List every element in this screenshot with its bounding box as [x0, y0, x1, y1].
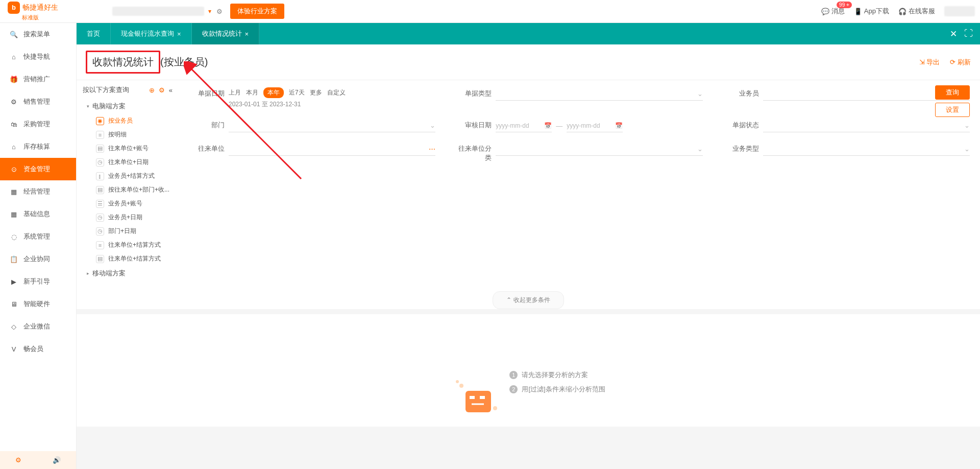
chart-icon: ⫿ — [96, 172, 104, 180]
nav-item-2[interactable]: 🎁营销推广 — [0, 68, 76, 90]
partner-category-select[interactable]: ⌄ — [496, 143, 702, 156]
date-option[interactable]: 更多 — [310, 88, 322, 97]
date-option[interactable]: 近7天 — [289, 88, 305, 97]
scheme-item-label: 按明细 — [108, 130, 127, 139]
date-option[interactable]: 本月 — [246, 88, 258, 97]
nav-item-12[interactable]: 🖥智能硬件 — [0, 293, 76, 315]
bill-status-select[interactable]: ⌄ — [763, 119, 970, 132]
customer-service-link[interactable]: 🎧 在线客服 — [898, 7, 935, 16]
scheme-group-desktop[interactable]: ▾ 电脑端方案 — [83, 99, 173, 114]
date-range-text: 2023-01-01 至 2023-12-31 — [229, 100, 435, 109]
nav-item-6[interactable]: ⊙资金管理 — [0, 158, 76, 180]
footer-gear-icon[interactable]: ⚙ — [15, 456, 21, 464]
scheme-panel: 按以下方案查询 ⊕ ⚙ « ▾ 电脑端方案 ◉按业务员≡按明细▤往来单位+账号◷… — [77, 80, 179, 286]
tab-2[interactable]: 收款情况统计× — [192, 23, 260, 44]
scheme-item-label: 往来单位+日期 — [108, 158, 149, 167]
tab-1[interactable]: 现金银行流水查询× — [111, 23, 192, 44]
scheme-item-3[interactable]: ◷往来单位+日期 — [83, 155, 173, 169]
phone-icon: 📱 — [854, 8, 862, 15]
export-button[interactable]: ⇲ 导出 — [919, 58, 940, 67]
scheme-item-9[interactable]: ≡往来单位+结算方式 — [83, 238, 173, 252]
gear-icon[interactable]: ⚙ — [216, 8, 223, 15]
scheme-gear-icon[interactable]: ⚙ — [159, 86, 165, 94]
nav-label: 采购管理 — [23, 120, 50, 129]
scheme-add-icon[interactable]: ⊕ — [149, 86, 155, 94]
date-option[interactable]: 自定义 — [327, 88, 346, 97]
nav-label: 快捷导航 — [23, 52, 50, 61]
svg-rect-2 — [480, 396, 485, 399]
nav-item-5[interactable]: ⌂库存核算 — [0, 135, 76, 158]
nav-footer: ⚙ 🔊 — [0, 451, 76, 469]
book-icon: ▦ — [9, 187, 18, 196]
nav-item-3[interactable]: ⚙销售管理 — [0, 90, 76, 113]
scheme-item-4[interactable]: ⫿业务员+结算方式 — [83, 169, 173, 183]
trial-button[interactable]: 体验行业方案 — [230, 4, 284, 19]
avatar-hidden[interactable] — [944, 6, 975, 16]
tab-close-all-icon[interactable]: ✕ — [950, 29, 957, 39]
collapse-icon: ⌃ — [506, 296, 513, 303]
scheme-item-0[interactable]: ◉按业务员 — [83, 114, 173, 128]
app-download-link[interactable]: 📱 App下载 — [854, 7, 889, 16]
calendar-icon: 📅 — [544, 122, 552, 129]
svg-point-4 — [459, 384, 463, 388]
scheme-item-1[interactable]: ≡按明细 — [83, 128, 173, 142]
tab-close-icon[interactable]: × — [245, 30, 249, 38]
scheme-item-8[interactable]: ◷部门+日期 — [83, 224, 173, 238]
robot-icon — [451, 370, 502, 421]
scheme-item-10[interactable]: ▤往来单位+结算方式 — [83, 252, 173, 266]
dept-select[interactable]: ⌄ — [229, 119, 435, 132]
nav-item-0[interactable]: 🔍搜索菜单 — [0, 23, 76, 45]
biz-type-select[interactable]: ⌄ — [763, 143, 970, 156]
bill-type-label: 单据类型 — [456, 87, 492, 98]
messages-badge: 99 + — [837, 2, 852, 8]
partner-category-label: 往来单位分类 — [456, 143, 492, 162]
nav-item-7[interactable]: ▦经营管理 — [0, 180, 76, 203]
nav-item-14[interactable]: V畅会员 — [0, 338, 76, 360]
empty-content-area: 1请先选择要分析的方案 2用[过滤]条件来缩小分析范围 — [77, 314, 980, 427]
collapse-filters-button[interactable]: ⌃ 收起更多条件 — [493, 291, 564, 309]
nav-item-8[interactable]: ▦基础信息 — [0, 203, 76, 225]
scheme-collapse-icon[interactable]: « — [169, 86, 173, 94]
scheme-item-5[interactable]: ▤按往来单位+部门+收... — [83, 183, 173, 197]
tab-close-icon[interactable]: × — [177, 30, 181, 38]
page-title-suffix: (按业务员) — [160, 55, 208, 69]
scheme-group-mobile[interactable]: ▸ 移动端方案 — [83, 266, 173, 281]
nav-label: 企业协同 — [23, 254, 50, 264]
refresh-button[interactable]: ⟳ 刷新 — [950, 58, 971, 67]
hint-text-1: 请先选择要分析的方案 — [522, 370, 588, 380]
scheme-item-6[interactable]: ☰业务员+账号 — [83, 197, 173, 210]
fullscreen-icon[interactable]: ⛶ — [964, 29, 973, 39]
tab-0[interactable]: 首页 — [77, 23, 111, 44]
nav-item-10[interactable]: 📋企业协同 — [0, 248, 76, 270]
date-option[interactable]: 本年 — [263, 87, 284, 98]
nav-item-9[interactable]: ◌系统管理 — [0, 225, 76, 248]
partner-select[interactable]: ⋯ — [229, 143, 435, 156]
home-icon: ⌂ — [9, 52, 18, 61]
salesman-label: 业务员 — [723, 87, 759, 98]
nav-item-13[interactable]: ◇企业微信 — [0, 315, 76, 338]
nav-label: 营销推广 — [23, 75, 50, 84]
clock2-icon: ◷ — [96, 158, 104, 167]
footer-sound-icon[interactable]: 🔊 — [53, 456, 61, 464]
scheme-item-2[interactable]: ▤往来单位+账号 — [83, 142, 173, 155]
audit-date-from[interactable]: yyyy-mm-dd📅 — [496, 119, 552, 132]
settings-button[interactable]: 设置 — [935, 103, 970, 117]
page-head: 收款情况统计 (按业务员) ⇲ 导出 ⟳ 刷新 — [77, 44, 980, 80]
nav-item-11[interactable]: ▶新手引导 — [0, 270, 76, 293]
cart-icon: ⚙ — [9, 97, 18, 106]
scheme-item-label: 业务员+账号 — [108, 199, 142, 208]
scheme-item-7[interactable]: ◷业务员+日期 — [83, 210, 173, 224]
query-button[interactable]: 查询 — [935, 85, 970, 100]
date-option[interactable]: 上月 — [229, 88, 241, 97]
org-switcher[interactable]: ▾ — [112, 7, 211, 16]
scheme-item-label: 往来单位+账号 — [108, 144, 149, 153]
nav-label: 搜索菜单 — [23, 30, 50, 39]
chevron-down-icon: ⌄ — [964, 122, 970, 129]
cs-label: 在线客服 — [909, 7, 935, 16]
messages-link[interactable]: 💬 消息 99 + — [821, 7, 845, 16]
bill-type-select[interactable]: ⌄ — [496, 87, 702, 101]
audit-date-to[interactable]: yyyy-mm-dd📅 — [567, 119, 623, 132]
nav-item-4[interactable]: 🛍采购管理 — [0, 113, 76, 135]
nav-item-1[interactable]: ⌂快捷导航 — [0, 45, 76, 68]
nav-label: 新手引导 — [23, 277, 50, 286]
